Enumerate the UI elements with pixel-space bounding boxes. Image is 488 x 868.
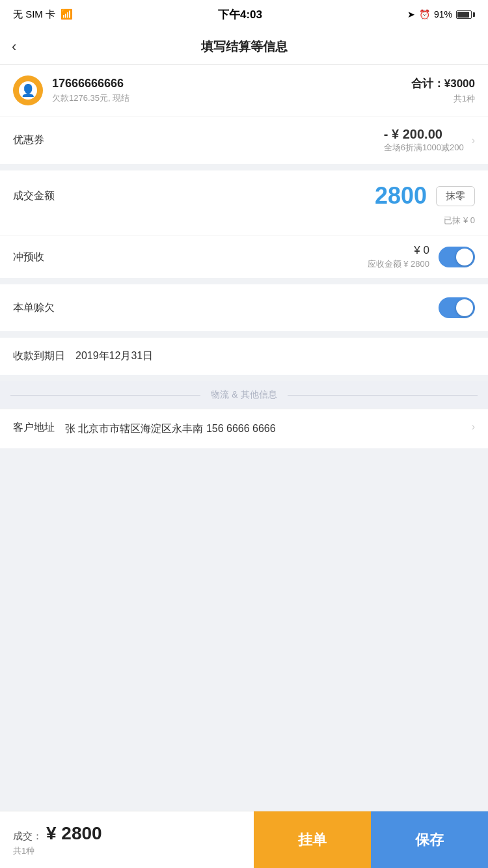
amount-row: 成交金额 2800 抹零 bbox=[0, 170, 488, 213]
address-label: 客户地址 bbox=[13, 421, 55, 435]
bottom-deal-row: 成交： ¥ 2800 bbox=[13, 823, 241, 844]
avatar: 👤 bbox=[13, 75, 43, 105]
coupon-row[interactable]: 优惠券 - ¥ 200.00 全场6折满1000减200 › bbox=[0, 116, 488, 164]
amount-value: 2800 bbox=[375, 182, 427, 210]
deal-label: 成交： bbox=[13, 830, 42, 843]
round-button[interactable]: 抹零 bbox=[436, 186, 475, 206]
deal-count: 共1种 bbox=[13, 845, 241, 857]
coupon-label: 优惠券 bbox=[13, 133, 44, 147]
status-left: 无 SIM 卡 📶 bbox=[13, 8, 73, 21]
arrears-toggle[interactable] bbox=[439, 297, 475, 318]
prepay-toggle[interactable] bbox=[439, 247, 475, 267]
duedate-section: 收款到期日 2019年12月31日 bbox=[0, 338, 488, 375]
battery-percent: 91% bbox=[434, 9, 452, 20]
coupon-desc: 全场6折满1000减200 bbox=[384, 142, 464, 154]
content-area: 👤 17666666666 欠款1276.35元, 现结 合计：¥3000 共1… bbox=[0, 65, 488, 552]
prepay-row: 冲预收 ¥ 0 应收金额 ¥ 2800 bbox=[0, 236, 488, 278]
divider-line-left bbox=[10, 395, 200, 396]
chevron-right-icon: › bbox=[472, 135, 475, 146]
arrears-label: 本单赊欠 bbox=[13, 301, 55, 315]
alarm-icon: ⏰ bbox=[419, 9, 430, 20]
location-icon: ➤ bbox=[407, 9, 415, 20]
bottom-summary: 成交： ¥ 2800 共1种 bbox=[0, 823, 254, 857]
duedate-value: 2019年12月31日 bbox=[75, 349, 153, 363]
status-time: 下午4:03 bbox=[218, 7, 262, 22]
customer-note: 欠款1276.35元, 现结 bbox=[52, 92, 411, 104]
page-title: 填写结算等信息 bbox=[201, 38, 288, 55]
deal-amount: ¥ 2800 bbox=[46, 823, 102, 844]
amount-sub: 已抹 ¥ 0 bbox=[0, 213, 488, 236]
total-count: 共1种 bbox=[411, 93, 475, 105]
battery-icon bbox=[456, 10, 475, 19]
customer-row: 👤 17666666666 欠款1276.35元, 现结 合计：¥3000 共1… bbox=[0, 65, 488, 116]
back-button[interactable]: ‹ bbox=[12, 38, 16, 55]
sim-label: 无 SIM 卡 bbox=[13, 8, 55, 21]
prepay-right: ¥ 0 应收金额 ¥ 2800 bbox=[368, 244, 475, 270]
wifi-icon: 📶 bbox=[61, 8, 73, 20]
total-amount: 合计：¥3000 bbox=[411, 76, 475, 91]
duedate-label: 收款到期日 bbox=[13, 349, 65, 363]
address-card: 客户地址 张 北京市市辖区海淀区永丰南 156 6666 6666 › bbox=[0, 409, 488, 448]
prepay-label: 冲预收 bbox=[13, 251, 44, 264]
amount-right: 2800 抹零 bbox=[375, 182, 475, 210]
status-bar: 无 SIM 卡 📶 下午4:03 ➤ ⏰ 91% bbox=[0, 0, 488, 29]
status-right: ➤ ⏰ 91% bbox=[407, 9, 475, 20]
coupon-discount: - ¥ 200.00 bbox=[384, 127, 464, 142]
amount-label: 成交金额 bbox=[13, 189, 55, 203]
prepay-amount: ¥ 0 bbox=[368, 244, 429, 257]
address-chevron-icon: › bbox=[472, 421, 475, 433]
address-value: 张 北京市市辖区海淀区永丰南 156 6666 6666 bbox=[65, 421, 459, 437]
hold-button[interactable]: 挂单 bbox=[254, 811, 371, 869]
customer-info: 17666666666 欠款1276.35元, 现结 bbox=[52, 77, 411, 104]
duedate-row: 收款到期日 2019年12月31日 bbox=[13, 349, 475, 363]
spacer bbox=[0, 455, 488, 494]
divider-text: 物流 & 其他信息 bbox=[211, 389, 277, 401]
prepay-values: ¥ 0 应收金额 ¥ 2800 bbox=[368, 244, 429, 270]
prepay-sub: 应收金额 ¥ 2800 bbox=[368, 258, 429, 270]
arrears-section: 本单赊欠 bbox=[0, 284, 488, 331]
coupon-right: - ¥ 200.00 全场6折满1000减200 › bbox=[384, 127, 475, 154]
address-row[interactable]: 客户地址 张 北京市市辖区海淀区永丰南 156 6666 6666 › bbox=[0, 409, 488, 448]
bottom-bar: 成交： ¥ 2800 共1种 挂单 保存 bbox=[0, 811, 488, 868]
divider-line-right bbox=[288, 395, 478, 396]
customer-phone: 17666666666 bbox=[52, 77, 411, 90]
total-label: 合计： bbox=[411, 77, 444, 90]
transaction-section: 成交金额 2800 抹零 已抹 ¥ 0 冲预收 ¥ 0 应收金额 ¥ 2800 bbox=[0, 170, 488, 278]
customer-total: 合计：¥3000 共1种 bbox=[411, 76, 475, 105]
customer-card: 👤 17666666666 欠款1276.35元, 现结 合计：¥3000 共1… bbox=[0, 65, 488, 164]
nav-bar: ‹ 填写结算等信息 bbox=[0, 29, 488, 65]
save-button[interactable]: 保存 bbox=[371, 811, 488, 869]
divider-section: 物流 & 其他信息 bbox=[0, 381, 488, 409]
avatar-icon: 👤 bbox=[21, 83, 35, 98]
